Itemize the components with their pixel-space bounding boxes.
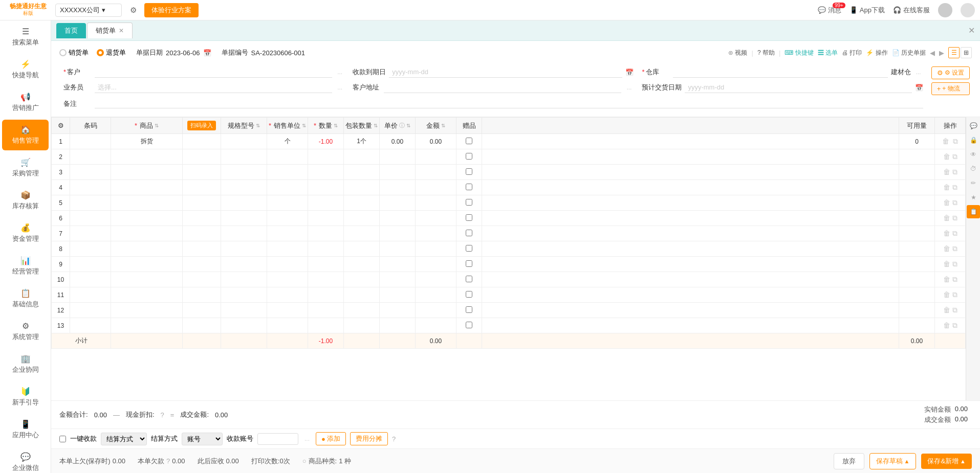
calendar-icon[interactable]: 📅 <box>203 49 211 57</box>
delete-row-11-icon[interactable]: 🗑 <box>943 290 950 299</box>
cell-gift-1[interactable] <box>456 134 482 149</box>
toolbar-help[interactable]: ? 帮助 <box>757 49 775 57</box>
toolbar-video[interactable]: ⊙ 视频 <box>728 49 747 57</box>
customer-addr-input[interactable] <box>384 82 621 93</box>
gift-checkbox-8[interactable] <box>466 245 472 252</box>
sidebar-item-newbie[interactable]: 🔰 新手引导 <box>2 381 49 412</box>
delete-row-8-icon[interactable]: 🗑 <box>943 244 950 253</box>
customer-more-btn[interactable]: ... <box>335 69 344 76</box>
cell-barcode-1[interactable] <box>70 134 111 149</box>
sidebar-item-shortcut[interactable]: ⚡ 快捷导航 <box>2 54 49 85</box>
gift-checkbox-3[interactable] <box>466 168 472 175</box>
delete-row-13-icon[interactable]: 🗑 <box>943 321 950 329</box>
sidebar-item-search[interactable]: ☰ 搜索菜单 <box>2 21 49 52</box>
toolbar-operation[interactable]: ⚡ 操作 <box>866 49 887 57</box>
tab-close-icon[interactable]: ✕ <box>119 27 124 34</box>
copy-row-1-icon[interactable]: ⧉ <box>953 137 958 145</box>
delete-row-10-icon[interactable]: 🗑 <box>943 275 950 283</box>
warehouse-more-btn[interactable]: ... <box>914 69 923 76</box>
delete-row-7-icon[interactable]: 🗑 <box>943 229 950 237</box>
sidebar-item-finance[interactable]: 💰 资金管理 <box>2 218 49 249</box>
radio-return[interactable]: 退货单 <box>97 48 126 57</box>
logistics-button[interactable]: + + 物流 <box>931 82 970 95</box>
gift-checkbox-4[interactable] <box>466 184 472 190</box>
toolbar-shortcut[interactable]: ⌨ 快捷键 <box>785 49 813 57</box>
copy-row-4-icon[interactable]: ⧉ <box>952 183 957 191</box>
tab-home[interactable]: 首页 <box>56 23 86 38</box>
cell-unit-1[interactable]: 个 <box>267 134 308 149</box>
tab-sales-order[interactable]: 销货单 ✕ <box>87 22 133 38</box>
discount-help-icon[interactable]: ? <box>161 411 164 419</box>
sidebar-item-basic[interactable]: 📋 基础信息 <box>2 283 49 314</box>
panel-star-icon[interactable]: ★ <box>967 191 980 204</box>
list-view-btn-list[interactable]: ☰ <box>948 47 960 58</box>
sidebar-item-operation[interactable]: 📊 经营管理 <box>2 251 49 281</box>
delete-row-12-icon[interactable]: 🗑 <box>943 306 950 314</box>
copy-row-7-icon[interactable]: ⧉ <box>952 229 957 237</box>
save-new-button[interactable]: 保存&新增 ▲ <box>921 454 972 469</box>
copy-row-3-icon[interactable]: ⧉ <box>952 168 957 176</box>
copy-row-12-icon[interactable]: ⧉ <box>952 306 957 314</box>
scan-button[interactable]: 扫码录入 <box>187 121 216 130</box>
fenyong-button[interactable]: 费用分摊 <box>350 432 388 445</box>
gift-checkbox-2[interactable] <box>466 153 472 160</box>
sidebar-item-purchase[interactable]: 🛒 采购管理 <box>2 152 49 183</box>
panel-eye-icon[interactable]: 👁 <box>967 148 980 161</box>
panel-chat-icon[interactable]: 💬 <box>967 119 980 132</box>
payment-help-icon[interactable]: ? <box>392 435 396 443</box>
gift-checkbox-13[interactable] <box>466 322 472 328</box>
toolbar-choose[interactable]: ☰ 选单 <box>818 49 838 57</box>
cell-qty-1[interactable]: -1.00 <box>308 134 344 149</box>
avatar2[interactable] <box>961 3 975 17</box>
delete-row-4-icon[interactable]: 🗑 <box>943 183 950 191</box>
copy-row-13-icon[interactable]: ⧉ <box>952 321 957 329</box>
cell-spec-1[interactable] <box>221 134 267 149</box>
receive-date-calendar-icon[interactable]: 📅 <box>625 69 634 76</box>
cell-product-1[interactable]: 拆货 <box>111 134 183 149</box>
avatar[interactable] <box>938 3 952 17</box>
sidebar-item-appcenter[interactable]: 📱 应用中心 <box>2 414 49 445</box>
sidebar-item-marketing[interactable]: 📢 营销推广 <box>2 87 49 118</box>
note-input[interactable] <box>95 97 923 108</box>
list-view-btn-grid[interactable]: ⊞ <box>961 47 972 58</box>
gift-checkbox-10[interactable] <box>466 276 472 282</box>
copy-row-10-icon[interactable]: ⧉ <box>952 275 957 283</box>
app-download-btn[interactable]: 📱 App下载 <box>850 6 885 15</box>
copy-row-9-icon[interactable]: ⧉ <box>952 260 957 268</box>
message-btn[interactable]: 💬 消息 99+ <box>818 6 841 15</box>
nav-next-icon[interactable]: ▶ <box>939 49 944 57</box>
customer-input[interactable] <box>95 66 332 78</box>
delete-row-5-icon[interactable]: 🗑 <box>943 198 950 207</box>
one-click-pay-checkbox[interactable] <box>59 436 66 442</box>
sidebar-item-system[interactable]: ⚙ 系统管理 <box>2 316 49 347</box>
customer-addr-more-btn[interactable]: ... <box>624 84 634 91</box>
cell-amount-1[interactable]: 0.00 <box>416 134 456 149</box>
panel-edit-icon[interactable]: ✏ <box>967 176 980 190</box>
sidebar-item-enterprise[interactable]: 🏢 企业协同 <box>2 349 49 379</box>
abandon-button[interactable]: 放弃 <box>834 453 864 469</box>
salesperson-more-btn[interactable]: ... <box>335 84 344 91</box>
amount-more-btn[interactable]: ... <box>302 435 312 442</box>
sidebar-item-inventory[interactable]: 📦 库存核算 <box>2 185 49 216</box>
panel-action-icon[interactable]: 📋 <box>967 205 980 218</box>
gift-checkbox-9[interactable] <box>466 260 472 267</box>
panel-lock-icon[interactable]: 🔒 <box>967 133 980 147</box>
gift-checkbox-12[interactable] <box>466 306 472 313</box>
copy-row-5-icon[interactable]: ⧉ <box>952 198 957 207</box>
delete-row-2-icon[interactable]: 🗑 <box>943 152 950 161</box>
add-payment-button[interactable]: ● 添加 <box>316 432 346 445</box>
experience-button[interactable]: 体验行业方案 <box>144 3 199 17</box>
save-draft-button[interactable]: 保存草稿 ▲ <box>869 453 917 469</box>
sidebar-item-sales[interactable]: 🏠 销售管理 <box>2 120 49 150</box>
gift-checkbox-1[interactable] <box>466 138 472 144</box>
expected-date-calendar-icon[interactable]: 📅 <box>915 84 923 92</box>
company-selector[interactable]: XXXXXX公司 ▾ <box>55 4 122 17</box>
radio-sale[interactable]: 销货单 <box>59 48 89 57</box>
settings-button[interactable]: ⚙ ⚙ 设置 <box>931 66 970 79</box>
cell-price-1[interactable]: 0.00 <box>380 134 416 149</box>
payment-amount-input[interactable] <box>257 433 298 445</box>
copy-row-8-icon[interactable]: ⧉ <box>952 244 957 253</box>
nav-prev-icon[interactable]: ◀ <box>930 49 935 57</box>
toolbar-print[interactable]: 🖨 打印 <box>842 49 862 57</box>
toolbar-history[interactable]: 📄 历史单据 <box>892 49 926 57</box>
